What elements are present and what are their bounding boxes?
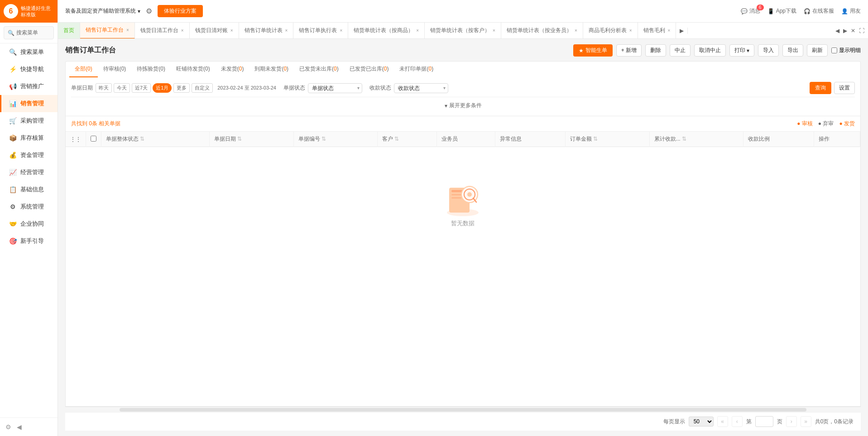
sidebar-item-快捷导航[interactable]: ⚡快捷导航 (0, 61, 58, 78)
tab-close-icon[interactable]: × (181, 28, 184, 33)
sidebar-item-库存核算[interactable]: 📦库存核算 (0, 129, 58, 147)
th-单据日期[interactable]: 单据日期⇅ (210, 132, 293, 147)
sub-tab-到期未发货[interactable]: 到期未发货(0) (249, 62, 294, 77)
sidebar-item-基础信息[interactable]: 📋基础信息 (0, 181, 58, 198)
export-button[interactable]: 导出 (782, 44, 803, 57)
sidebar-item-新手引导[interactable]: 🎯新手引导 (0, 232, 58, 250)
messages-action[interactable]: 💬 消息 6 (741, 7, 760, 15)
tabs-next-icon[interactable]: ▶ (843, 28, 847, 34)
system-title-dropdown[interactable]: 装备及固定资产辅助管理系统 ▾ (65, 7, 140, 15)
tabs-fullscreen-icon[interactable]: ⛶ (859, 28, 864, 34)
cancel-stop-button[interactable]: 取消中止 (694, 44, 726, 57)
tabs-prev-icon[interactable]: ◀ (835, 28, 839, 34)
last-page-button[interactable]: » (801, 416, 811, 427)
sidebar-item-搜索菜单[interactable]: 🔍搜索菜单 (0, 43, 58, 61)
tab-close-icon[interactable]: × (285, 28, 288, 33)
next-page-button[interactable]: › (786, 416, 797, 427)
empty-text: 暂无数据 (451, 219, 475, 227)
sidebar-item-系统管理[interactable]: ⚙系统管理 (0, 198, 58, 215)
date-btn-更多[interactable]: 更多 (173, 83, 190, 93)
show-detail-checkbox[interactable] (831, 47, 837, 53)
tab-2[interactable]: 钱货日清工作台× (135, 23, 190, 39)
sidebar-item-营销推广[interactable]: 📢营销推广 (0, 78, 58, 95)
user-action[interactable]: 👤 用友 (841, 7, 861, 15)
th-订单金额[interactable]: 订单金额⇅ (566, 132, 649, 147)
tab-close-icon[interactable]: × (493, 28, 495, 33)
sub-tab-未发货[interactable]: 未发货(0) (216, 62, 249, 77)
tab-9[interactable]: 商品毛利分析表× (583, 23, 638, 39)
tab-close-icon[interactable]: × (575, 28, 577, 33)
delete-button[interactable]: 删除 (645, 44, 666, 57)
collapse-icon[interactable]: ◀ (17, 423, 22, 431)
sidebar-item-资金管理[interactable]: 💰资金管理 (0, 147, 58, 164)
sub-tab-已发货已出库[interactable]: 已发货已出库(0) (344, 62, 394, 77)
online-service-action[interactable]: 🎧 在线客服 (804, 7, 834, 15)
tab-close-icon[interactable]: × (629, 28, 632, 33)
th-单据编号[interactable]: 单据编号⇅ (293, 132, 377, 147)
date-btn-近7天[interactable]: 近7天 (132, 83, 151, 93)
sub-tab-旺铺待发货[interactable]: 旺铺待发货(0) (171, 62, 216, 77)
settings-icon[interactable]: ⚙ (5, 423, 11, 431)
sub-tab-待审核[interactable]: 待审核(0) (98, 62, 132, 77)
setting-button[interactable]: 设置 (834, 82, 855, 94)
sidebar-item-企业协同[interactable]: 🤝企业协同 (0, 215, 58, 232)
tabs-close-all-icon[interactable]: ✕ (851, 28, 855, 34)
table-scroll[interactable]: ⋮⋮单据整体状态⇅单据日期⇅单据编号⇅客户⇅业务员异常信息订单金额⇅累计收款..… (66, 132, 860, 406)
stop-button[interactable]: 中止 (670, 44, 691, 57)
payment-select[interactable]: 收款状态 (394, 83, 448, 93)
print-button[interactable]: 打印 ▾ (729, 44, 754, 57)
prev-page-button[interactable]: ‹ (732, 416, 743, 427)
date-btn-近1月[interactable]: 近1月 (153, 83, 172, 93)
table-op-审核[interactable]: ● 审核 (797, 120, 813, 128)
tab-close-icon[interactable]: × (416, 28, 419, 33)
search-menu-button[interactable]: 🔍 搜索菜单 (4, 26, 54, 39)
tab-6[interactable]: 销货单统计表（按商品）× (348, 23, 425, 39)
sidebar-item-销售管理[interactable]: 📊销售管理 (0, 95, 58, 112)
expand-more-button[interactable]: ▾ 展开更多条件 (441, 100, 485, 111)
sidebar-item-采购管理[interactable]: 🛒采购管理 (0, 112, 58, 129)
nav-icon: 📊 (9, 100, 17, 107)
tabs-more-button[interactable]: ▶ (676, 28, 688, 34)
table-op-发货[interactable]: ● 发货 (839, 120, 855, 128)
tab-4[interactable]: 销售订单统计表× (239, 23, 294, 39)
horizontal-scrollbar[interactable] (65, 407, 861, 412)
th-累计收款...[interactable]: 累计收款...⇅ (649, 132, 743, 147)
smart-create-button[interactable]: ★ 智能生单 (573, 44, 613, 57)
sub-tab-全部[interactable]: 全部(0) (69, 62, 98, 77)
tab-7[interactable]: 销货单统计表（按客户）× (425, 23, 501, 39)
solution-button[interactable]: 体验行业方案 (158, 5, 203, 17)
refresh-button[interactable]: 刷新 (807, 44, 828, 57)
tab-close-icon[interactable]: × (340, 28, 342, 33)
topbar-gear-icon[interactable]: ⚙ (146, 7, 152, 15)
tab-10[interactable]: 销售毛利× (638, 23, 676, 39)
date-btn-今天[interactable]: 今天 (114, 83, 130, 93)
tab-0[interactable]: 首页 (58, 23, 80, 39)
first-page-button[interactable]: « (717, 416, 728, 427)
status-select[interactable]: 单据状态 (308, 83, 362, 93)
date-btn-昨天[interactable]: 昨天 (96, 83, 112, 93)
tab-8[interactable]: 销货单统计表（按业务员）× (501, 23, 583, 39)
sidebar-item-label: 新手引导 (20, 237, 44, 245)
show-detail-label[interactable]: 显示明细 (831, 47, 861, 54)
tab-close-icon[interactable]: × (230, 28, 233, 33)
query-button[interactable]: 查询 (810, 82, 831, 94)
page-number-input[interactable]: 1 (755, 416, 773, 427)
sub-tab-待拣验货[interactable]: 待拣验货(0) (131, 62, 171, 77)
page-size-select[interactable]: 102050100 (689, 417, 714, 427)
select-all-checkbox[interactable] (91, 136, 96, 142)
app-download-action[interactable]: 📱 App下载 (767, 7, 796, 15)
th-单据整体状态[interactable]: 单据整体状态⇅ (101, 132, 210, 147)
tab-close-icon[interactable]: × (668, 28, 671, 33)
sub-tab-已发货未出库[interactable]: 已发货未出库(0) (294, 62, 344, 77)
sub-tab-未打印单据[interactable]: 未打印单据(0) (394, 62, 439, 77)
th-客户[interactable]: 客户⇅ (377, 132, 436, 147)
tab-1[interactable]: 销售订单工作台× (80, 23, 135, 39)
table-op-弃审[interactable]: ● 弃审 (818, 120, 834, 128)
import-button[interactable]: 导入 (758, 44, 779, 57)
new-button[interactable]: + 新增 (616, 44, 642, 57)
sidebar-item-经营管理[interactable]: 📈经营管理 (0, 164, 58, 181)
tab-close-icon[interactable]: × (126, 28, 129, 33)
tab-3[interactable]: 钱货日清对账× (190, 23, 239, 39)
date-btn-自定义[interactable]: 自定义 (192, 83, 213, 93)
tab-5[interactable]: 销售订单执行表× (293, 23, 348, 39)
